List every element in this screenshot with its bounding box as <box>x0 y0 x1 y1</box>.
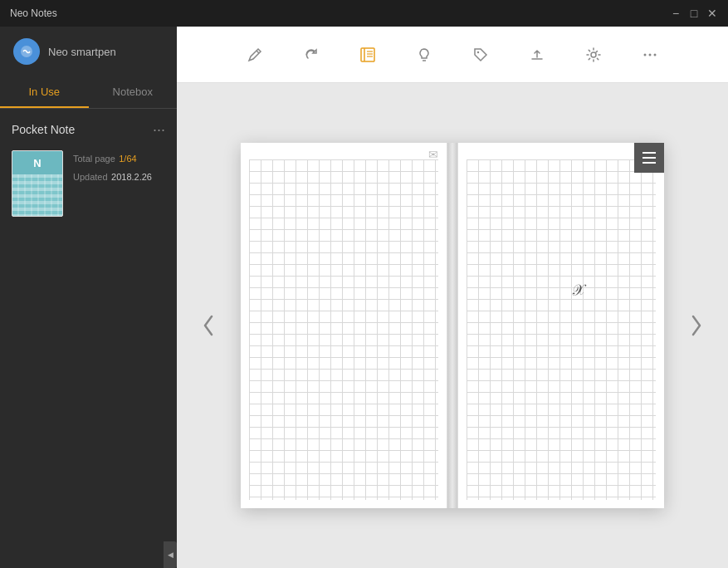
notebook-thumbnail: N <box>12 150 63 217</box>
svg-point-8 <box>591 52 596 57</box>
more-options-button[interactable] <box>635 40 665 70</box>
sidebar: Neo smartpen In Use Notebox Pocket Note … <box>0 27 177 568</box>
tab-in-use[interactable]: In Use <box>0 76 89 108</box>
svg-point-9 <box>644 53 647 56</box>
refresh-button[interactable] <box>296 40 326 70</box>
page-grid-left <box>249 159 438 500</box>
maximize-button[interactable]: □ <box>688 7 700 19</box>
toolbar <box>177 27 728 83</box>
page-grid-right <box>467 159 656 500</box>
logo-text: Neo smartpen <box>48 46 116 58</box>
ideas-button[interactable] <box>409 40 439 70</box>
collapse-sidebar-button[interactable] <box>164 541 177 568</box>
main-panel: ✉ ✉ 𝒳 <box>177 27 728 568</box>
minimize-button[interactable]: − <box>670 7 682 19</box>
sidebar-logo: Neo smartpen <box>0 27 177 76</box>
app-body: Neo smartpen In Use Notebox Pocket Note … <box>0 27 728 568</box>
tag-button[interactable] <box>466 40 496 70</box>
total-page-row: Total page 1/64 <box>73 150 165 165</box>
book: ✉ ✉ 𝒳 <box>241 143 664 508</box>
notebook-card[interactable]: N Total page 1/64 Updated 2018.2.26 <box>0 144 177 223</box>
notebook-more-button[interactable]: ··· <box>153 122 165 137</box>
updated-row: Updated 2018.2.26 <box>73 169 165 184</box>
updated-value: 2018.2.26 <box>111 172 152 182</box>
svg-point-10 <box>649 53 652 56</box>
thumb-header: N <box>12 151 62 174</box>
updated-label: Updated <box>73 172 108 182</box>
notebook-header: Pocket Note ··· <box>0 119 177 144</box>
prev-page-button[interactable] <box>193 311 223 340</box>
svg-point-7 <box>477 51 479 52</box>
app-title: Neo Notes <box>10 7 57 19</box>
sidebar-tabs: In Use Notebox <box>0 76 177 109</box>
settings-button[interactable] <box>579 40 608 70</box>
hamburger-icon <box>642 152 656 164</box>
book-page-left: ✉ <box>241 143 447 508</box>
notebook-info: Total page 1/64 Updated 2018.2.26 <box>73 150 165 187</box>
svg-point-11 <box>654 53 657 56</box>
notebook-view-button[interactable] <box>353 40 383 70</box>
title-bar: Neo Notes − □ ✕ <box>0 0 728 27</box>
notebook-section-title: Pocket Note <box>12 123 75 136</box>
total-page-label: Total page <box>73 154 115 164</box>
tab-notebox[interactable]: Notebox <box>89 76 178 108</box>
next-page-button[interactable] <box>682 311 711 340</box>
close-button[interactable]: ✕ <box>706 7 718 19</box>
book-spine <box>447 143 457 508</box>
window-controls: − □ ✕ <box>670 7 718 19</box>
book-menu-button[interactable] <box>634 143 664 173</box>
notebook-viewer: ✉ ✉ 𝒳 <box>177 83 728 568</box>
svg-rect-1 <box>361 48 374 61</box>
thumb-letter: N <box>33 157 41 169</box>
total-page-value: 1/64 <box>119 154 136 164</box>
thumb-waves <box>12 174 62 216</box>
logo-icon <box>13 38 40 65</box>
book-page-right: ✉ 𝒳 <box>457 143 664 508</box>
handwriting-mark: 𝒳 <box>571 282 584 300</box>
notebook-section: Pocket Note ··· N Total page 1/64 U <box>0 109 177 233</box>
upload-button[interactable] <box>522 40 552 70</box>
pen-tool-button[interactable] <box>240 40 270 70</box>
